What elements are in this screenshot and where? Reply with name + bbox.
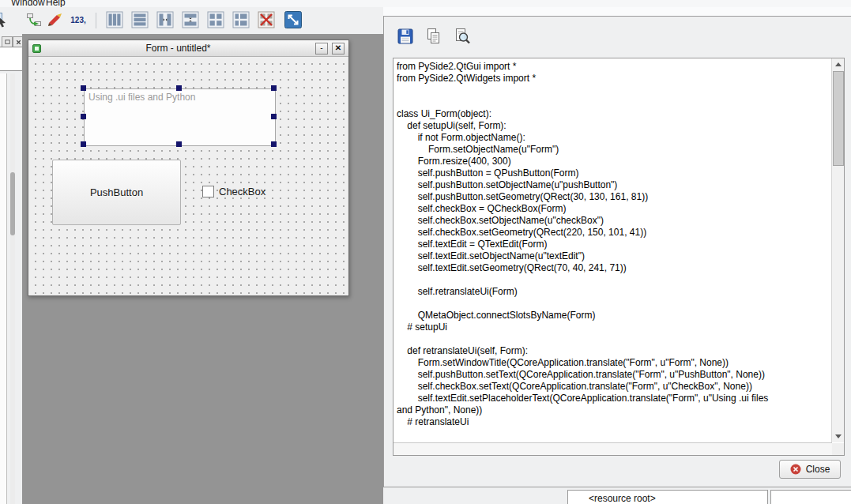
edit-tab-order-icon: 123,: [70, 16, 85, 24]
form-window-title: Form - untitled*: [41, 43, 315, 54]
selection-handle-mid-left[interactable]: [81, 114, 86, 119]
scroll-down-arrow[interactable]: [832, 431, 844, 442]
find-button[interactable]: [452, 26, 473, 47]
code-text-area[interactable]: from PySide2.QtGui import * from PySide2…: [393, 58, 845, 456]
vertical-scrollbar[interactable]: [831, 58, 844, 442]
toolbar-separator: [96, 13, 96, 28]
layout-form-button[interactable]: [231, 9, 251, 30]
find-icon: [454, 28, 471, 45]
save-button[interactable]: [395, 26, 416, 47]
layout-horizontal-splitter-button[interactable]: [155, 9, 175, 30]
menu-window[interactable]: Window: [11, 0, 45, 7]
copy-button[interactable]: [424, 26, 444, 47]
close-button-label: Close: [806, 464, 830, 475]
break-layout-button[interactable]: [256, 9, 277, 30]
dock-scrollbar-track[interactable]: [10, 73, 15, 504]
resource-root-label: <resource root>: [589, 493, 656, 504]
selection-handle-top-center[interactable]: [176, 85, 182, 91]
layout-vertical-splitter-button[interactable]: [180, 9, 201, 30]
selection-handle-mid-right[interactable]: [271, 114, 277, 119]
save-icon: [397, 28, 414, 45]
selection-handle-bottom-center[interactable]: [176, 141, 182, 147]
scrollbar-corner: [832, 443, 844, 455]
selection-handle-top-right[interactable]: [271, 85, 277, 91]
horizontal-scrollbar[interactable]: [393, 442, 832, 455]
layout-vertical-button[interactable]: [130, 9, 150, 30]
checkbox-indicator[interactable]: [202, 186, 214, 197]
layout-horizontal-icon: [106, 11, 123, 28]
dock-panel-edge: [0, 73, 7, 504]
copy-icon: [425, 28, 442, 45]
close-icon: [790, 464, 801, 475]
edit-buddies-button[interactable]: [45, 9, 66, 30]
qt-designer-screen: Window Help 123,: [0, 0, 851, 504]
textedit-widget[interactable]: Using .ui files and Python: [84, 88, 276, 146]
mdi-area: Form - untitled* - ✕ Using .ui files and…: [22, 34, 383, 504]
dock-scrollbar-thumb[interactable]: [10, 172, 15, 235]
adjust-size-button[interactable]: [283, 9, 303, 30]
dock-float-button[interactable]: [2, 36, 13, 47]
form-canvas[interactable]: Using .ui files and Python PushButton Ch…: [28, 57, 347, 295]
adjust-size-icon: [284, 11, 302, 28]
main-toolbar: 123,: [0, 7, 383, 34]
resource-root-row[interactable]: <resource root>: [567, 490, 768, 504]
menubar: Window Help: [0, 0, 851, 7]
pushbutton-label: PushButton: [90, 186, 143, 198]
form-close-button[interactable]: ✕: [332, 43, 345, 55]
code-preview-toolbar: [395, 26, 473, 50]
code-preview-dialog: from PySide2.QtGui import * from PySide2…: [383, 16, 851, 487]
menu-help[interactable]: Help: [46, 0, 66, 7]
edit-buddies-icon: [47, 11, 64, 28]
form-designer-window: Form - untitled* - ✕ Using .ui files and…: [28, 39, 349, 296]
dock-float-icon: [4, 39, 11, 46]
close-button[interactable]: Close: [779, 460, 841, 479]
form-window-titlebar[interactable]: Form - untitled* - ✕: [28, 40, 348, 57]
layout-grid-button[interactable]: [205, 9, 226, 30]
layout-horizontal-splitter-icon: [156, 11, 174, 28]
layout-horizontal-button[interactable]: [104, 9, 125, 30]
checkbox-label: CheckBox: [219, 186, 265, 197]
edit-signals-slots-button[interactable]: [24, 9, 44, 30]
scroll-up-arrow[interactable]: [832, 58, 844, 70]
checkbox-widget[interactable]: CheckBox: [202, 175, 282, 208]
resource-side-panel: [770, 490, 851, 504]
selection-handle-top-left[interactable]: [81, 85, 86, 91]
dock-close-icon: [15, 39, 22, 46]
pushbutton-widget[interactable]: PushButton: [52, 160, 181, 225]
dock-filter-field-fragment[interactable]: [0, 47, 23, 71]
edit-signals-slots-icon: [25, 11, 43, 28]
vertical-scrollbar-thumb[interactable]: [833, 71, 844, 166]
textedit-placeholder: Using .ui files and Python: [88, 92, 195, 103]
edit-widgets-icon: [0, 11, 9, 28]
edit-widgets-button[interactable]: [0, 9, 10, 30]
selection-handle-bottom-right[interactable]: [271, 141, 277, 147]
code-text: from PySide2.QtGui import * from PySide2…: [397, 61, 830, 441]
selection-handle-bottom-left[interactable]: [81, 141, 86, 147]
layout-vertical-icon: [131, 11, 149, 28]
layout-grid-icon: [207, 11, 224, 28]
form-minimize-button[interactable]: -: [315, 43, 328, 55]
break-layout-icon: [258, 11, 275, 28]
form-window-icon: [32, 44, 41, 53]
form-window-controls: - ✕: [315, 43, 345, 55]
layout-vertical-splitter-icon: [182, 11, 199, 28]
layout-form-icon: [232, 11, 250, 28]
edit-tab-order-button[interactable]: 123,: [66, 9, 90, 30]
